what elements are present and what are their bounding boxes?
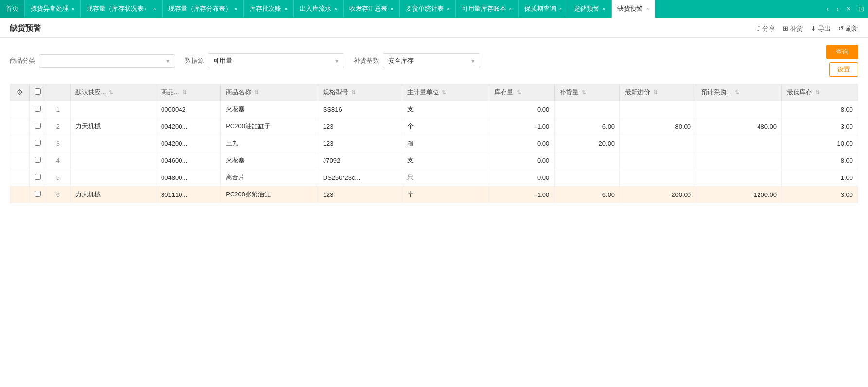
nav-close-btn[interactable]: × <box>843 5 854 13</box>
cell-latest-price: 80.00 <box>620 118 696 135</box>
cell-goods-code: 004200... <box>156 135 221 152</box>
close-tab-inout-flow[interactable]: × <box>334 6 337 12</box>
table-body: 1 0000042 火花塞 SS816 支 0.00 8.00 2 力天机械 0… <box>10 101 858 203</box>
close-tab-available-ledger[interactable]: × <box>509 6 512 12</box>
cell-seq: 2 <box>46 118 71 135</box>
cell-min-stock: 3.00 <box>782 186 858 203</box>
nav-prev-btn[interactable]: ‹ <box>822 5 832 13</box>
cell-check[interactable] <box>30 152 46 169</box>
cell-stock: -1.00 <box>489 186 555 203</box>
cell-check[interactable] <box>30 169 46 186</box>
th-goods-name[interactable]: 商品名称 ⇅ <box>221 84 318 101</box>
cell-stock: 0.00 <box>489 135 555 152</box>
table-row: 3 004200... 三九 123 箱 0.00 20.00 10.00 <box>10 135 858 152</box>
cell-goods-name: PC200张紧油缸 <box>221 186 318 203</box>
cell-latest-price <box>620 169 696 186</box>
query-button[interactable]: 查询 <box>826 45 858 59</box>
cell-check[interactable] <box>30 118 46 135</box>
nav-tab-shortage[interactable]: 缺货预警 × <box>612 0 655 18</box>
nav-tab-stock-dist[interactable]: 现存量（库存分布表） × <box>163 0 244 18</box>
nav-tab-overstock[interactable]: 超储预警 × <box>568 0 612 18</box>
close-tab-exception[interactable]: × <box>72 6 74 12</box>
nav-tab-order-stat[interactable]: 要货单统计表 × <box>400 0 456 18</box>
filter-replenish-base: 补货基数 安全库存 ▾ <box>354 53 480 68</box>
close-tab-order-stat[interactable]: × <box>447 6 450 12</box>
th-replenish[interactable]: 补货量 ⇅ <box>555 84 620 101</box>
nav-tab-receive-summary[interactable]: 收发存汇总表 × <box>344 0 399 18</box>
th-check[interactable] <box>30 84 46 101</box>
close-tab-stock-dist[interactable]: × <box>235 6 237 12</box>
gear-icon[interactable]: ⚙ <box>17 88 23 96</box>
settings-button[interactable]: 设置 <box>829 62 858 77</box>
replenish-base-select[interactable]: 安全库存 ▾ <box>383 53 480 68</box>
cell-spec: 123 <box>318 186 402 203</box>
th-goods-code[interactable]: 商品... ⇅ <box>156 84 221 101</box>
replenish-button[interactable]: ⊞ 补货 <box>783 24 803 33</box>
table-row: 4 004600... 火花塞 J7092 支 0.00 8.00 <box>10 152 858 169</box>
close-tab-receive-summary[interactable]: × <box>390 6 393 12</box>
select-all-checkbox[interactable] <box>35 88 41 95</box>
th-latest-price[interactable]: 最新进价 ⇅ <box>620 84 696 101</box>
cell-latest-price <box>620 135 696 152</box>
cell-goods-code: 801110... <box>156 186 221 203</box>
data-table: ⚙ 默认供应... ⇅ 商品... ⇅ 商品名称 <box>10 84 858 203</box>
sort-spec-icon: ⇅ <box>351 89 356 96</box>
export-button[interactable]: ⬇ 导出 <box>811 24 831 33</box>
cell-min-stock: 8.00 <box>782 101 858 118</box>
sort-unit-icon: ⇅ <box>442 89 446 96</box>
cell-replenish <box>555 101 620 118</box>
nav-tab-available-ledger[interactable]: 可用量库存账本 × <box>456 0 518 18</box>
row-checkbox[interactable] <box>35 123 41 129</box>
nav-tab-inout-flow[interactable]: 出入库流水 × <box>294 0 344 18</box>
table-row: 1 0000042 火花塞 SS816 支 0.00 8.00 <box>10 101 858 118</box>
replenish-base-label: 补货基数 <box>354 56 379 65</box>
cell-replenish <box>555 152 620 169</box>
cell-latest-price <box>620 152 696 169</box>
th-settings[interactable]: ⚙ <box>10 84 30 101</box>
nav-tab-home[interactable]: 首页 <box>0 0 25 18</box>
cell-check[interactable] <box>30 186 46 203</box>
sort-est-purchase-icon: ⇅ <box>735 89 739 96</box>
row-checkbox[interactable] <box>35 174 41 180</box>
datasource-select[interactable]: 可用量 ▾ <box>208 53 344 68</box>
table-row: 2 力天机械 004200... PC200油缸缸子 123 个 -1.00 6… <box>10 118 858 135</box>
refresh-button[interactable]: ↺ 刷新 <box>838 24 858 33</box>
nav-tab-stock-status[interactable]: 现存量（库存状况表） × <box>81 0 162 18</box>
nav-next-btn[interactable]: › <box>832 5 843 13</box>
cell-settings <box>10 118 30 135</box>
cell-spec: 123 <box>318 118 402 135</box>
table-header-row: ⚙ 默认供应... ⇅ 商品... ⇅ 商品名称 <box>10 84 858 101</box>
nav-tab-batch[interactable]: 库存批次账 × <box>244 0 293 18</box>
close-tab-expiry[interactable]: × <box>559 6 562 12</box>
cell-goods-code: 004800... <box>156 169 221 186</box>
row-checkbox[interactable] <box>35 191 41 197</box>
th-spec[interactable]: 规格型号 ⇅ <box>318 84 402 101</box>
table-container: ⚙ 默认供应... ⇅ 商品... ⇅ 商品名称 <box>0 84 868 203</box>
row-checkbox[interactable] <box>35 157 41 163</box>
nav-tab-expiry[interactable]: 保质期查询 × <box>519 0 568 18</box>
category-arrow-icon: ▾ <box>166 57 170 65</box>
close-tab-overstock[interactable]: × <box>602 6 605 12</box>
row-checkbox[interactable] <box>35 106 41 112</box>
nav-controls: ‹ › × ⊡ <box>822 5 868 13</box>
cell-check[interactable] <box>30 135 46 152</box>
row-checkbox[interactable] <box>35 140 41 146</box>
share-button[interactable]: ⤴ 分享 <box>757 24 775 33</box>
table-row: 5 004800... 离合片 DS250*23c... 只 0.00 1.00 <box>10 169 858 186</box>
close-tab-batch[interactable]: × <box>284 6 287 12</box>
category-select[interactable]: ▾ <box>39 54 175 68</box>
th-min-stock[interactable]: 最低库存 ⇅ <box>782 84 858 101</box>
th-unit[interactable]: 主计量单位 ⇅ <box>402 84 489 101</box>
nav-tab-exception[interactable]: 拣货异常处理 × <box>25 0 81 18</box>
close-tab-stock-status[interactable]: × <box>153 6 156 12</box>
th-stock[interactable]: 库存量 ⇅ <box>489 84 555 101</box>
th-est-purchase[interactable]: 预计采购... ⇅ <box>696 84 781 101</box>
close-tab-shortage[interactable]: × <box>646 6 649 12</box>
nav-fullscreen-btn[interactable]: ⊡ <box>854 5 868 13</box>
cell-stock: 0.00 <box>489 152 555 169</box>
page-header: 缺货预警 ⤴ 分享 ⊞ 补货 ⬇ 导出 ↺ 刷新 <box>0 18 868 38</box>
th-supplier[interactable]: 默认供应... ⇅ <box>70 84 156 101</box>
share-icon: ⤴ <box>757 25 760 32</box>
cell-goods-name: 三九 <box>221 135 318 152</box>
cell-check[interactable] <box>30 101 46 118</box>
